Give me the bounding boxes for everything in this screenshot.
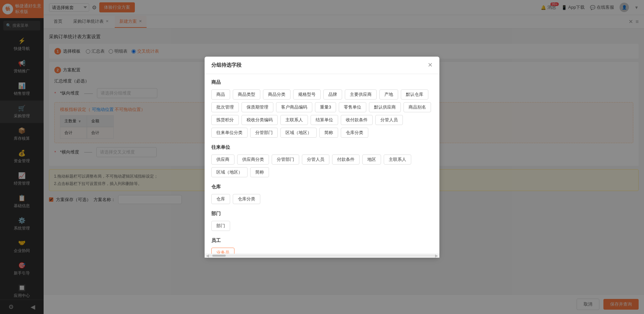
field-tag-0-6[interactable]: 产地 <box>379 89 398 100</box>
field-tag-0-17[interactable]: 主联系人 <box>280 115 308 125</box>
modal-body: 商品商品商品类型商品分类规格型号品牌主要供应商产地默认仓库批次管理保质期管理客户… <box>205 74 439 254</box>
field-tag-1-4[interactable]: 付款条件 <box>332 154 360 165</box>
field-tag-0-18[interactable]: 结算单位 <box>311 115 338 125</box>
field-tags-3: 部门 <box>211 221 433 231</box>
hscroll-thumb[interactable] <box>212 255 226 257</box>
hscroll-left-icon[interactable]: ◀ <box>206 253 209 258</box>
field-tags-2: 仓库仓库分类 <box>211 194 433 204</box>
field-tag-0-5[interactable]: 主要供应商 <box>345 89 377 100</box>
field-group-title-2: 仓库 <box>211 184 433 190</box>
field-tag-0-10[interactable]: 客户商品编码 <box>276 102 312 112</box>
field-tag-0-12[interactable]: 零售单位 <box>339 102 366 112</box>
field-tag-0-20[interactable]: 分管人员 <box>375 115 403 125</box>
modal-header: 分组待选字段 ✕ <box>205 57 439 74</box>
field-group-title-3: 部门 <box>211 211 433 217</box>
hscroll-right-icon[interactable]: ▶ <box>435 253 438 258</box>
field-tag-0-21[interactable]: 往来单位分类 <box>211 128 248 138</box>
modal: 分组待选字段 ✕ 商品商品商品类型商品分类规格型号品牌主要供应商产地默认仓库批次… <box>205 57 439 258</box>
field-group-title-1: 往来单位 <box>211 144 433 150</box>
field-group-0: 商品商品商品类型商品分类规格型号品牌主要供应商产地默认仓库批次管理保质期管理客户… <box>211 79 433 138</box>
field-group-2: 仓库仓库仓库分类 <box>211 184 433 204</box>
field-tag-0-2[interactable]: 商品分类 <box>263 89 290 100</box>
field-group-4: 员工业务员 <box>211 238 433 254</box>
field-tag-0-8[interactable]: 批次管理 <box>211 102 239 112</box>
field-tag-1-6[interactable]: 主联系人 <box>384 154 411 165</box>
field-tag-0-15[interactable]: 拣货积分 <box>211 115 239 125</box>
field-tag-0-0[interactable]: 商品 <box>211 89 230 100</box>
field-tag-1-1[interactable]: 供应商分类 <box>237 154 269 165</box>
field-tag-2-1[interactable]: 仓库分类 <box>233 194 260 204</box>
field-tags-1: 供应商供应商分类分管部门分管人员付款条件地区主联系人区域（地区）简称 <box>211 154 433 177</box>
field-tag-0-3[interactable]: 规格型号 <box>293 89 321 100</box>
field-group-3: 部门部门 <box>211 211 433 231</box>
field-tag-0-16[interactable]: 税收分类编码 <box>241 115 278 125</box>
field-tag-0-22[interactable]: 分管部门 <box>250 128 278 138</box>
field-tag-3-0[interactable]: 部门 <box>211 221 230 231</box>
field-tag-0-1[interactable]: 商品类型 <box>233 89 260 100</box>
field-tag-1-8[interactable]: 简称 <box>250 167 269 177</box>
field-tag-0-25[interactable]: 仓库分类 <box>341 128 368 138</box>
field-group-title-0: 商品 <box>211 79 433 85</box>
modal-title: 分组待选字段 <box>211 62 241 68</box>
field-tag-0-23[interactable]: 区域（地区） <box>280 128 317 138</box>
field-tag-0-4[interactable]: 品牌 <box>323 89 342 100</box>
field-tag-2-0[interactable]: 仓库 <box>211 194 230 204</box>
field-tag-0-7[interactable]: 默认仓库 <box>401 89 428 100</box>
field-group-title-4: 员工 <box>211 238 433 244</box>
field-tag-1-0[interactable]: 供应商 <box>211 154 234 165</box>
field-tag-0-14[interactable]: 商品别名 <box>404 102 431 112</box>
field-tag-0-19[interactable]: 收付款条件 <box>341 115 373 125</box>
field-tags-4: 业务员 <box>211 248 433 254</box>
field-tag-1-7[interactable]: 区域（地区） <box>211 167 248 177</box>
modal-close-icon[interactable]: ✕ <box>428 62 433 68</box>
field-tags-0: 商品商品类型商品分类规格型号品牌主要供应商产地默认仓库批次管理保质期管理客户商品… <box>211 89 433 138</box>
field-group-1: 往来单位供应商供应商分类分管部门分管人员付款条件地区主联系人区域（地区）简称 <box>211 144 433 177</box>
hscroll-track <box>209 255 435 257</box>
modal-hscroll: ◀ ▶ <box>205 254 439 258</box>
field-tag-0-13[interactable]: 默认供应商 <box>369 102 401 112</box>
field-tag-0-11[interactable]: 重量3 <box>315 102 336 112</box>
field-tag-4-0[interactable]: 业务员 <box>211 248 234 254</box>
field-tag-1-2[interactable]: 分管部门 <box>272 154 299 165</box>
modal-overlay: 分组待选字段 ✕ 商品商品商品类型商品分类规格型号品牌主要供应商产地默认仓库批次… <box>0 0 644 314</box>
field-tag-1-5[interactable]: 地区 <box>362 154 381 165</box>
field-tag-1-3[interactable]: 分管人员 <box>302 154 329 165</box>
field-tag-0-24[interactable]: 简称 <box>319 128 338 138</box>
field-tag-0-9[interactable]: 保质期管理 <box>241 102 273 112</box>
